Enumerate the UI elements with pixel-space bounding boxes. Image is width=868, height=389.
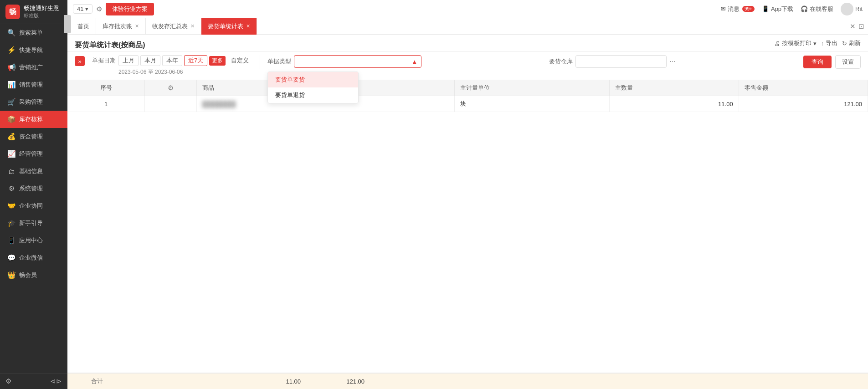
tab-receivables-summary[interactable]: 收发存汇总表 ✕ [146,18,201,35]
user-avatar-area[interactable]: Rit [841,3,863,15]
tab-close-order-summary[interactable]: ✕ [246,23,250,29]
tab-close-receivables[interactable]: ✕ [190,23,195,29]
logo-icon: 畅 [5,5,20,19]
tab-maximize-button[interactable]: ⊡ [858,22,864,31]
date-range-display: 2023-05-06 至 2023-06-06 [118,68,183,76]
box-icon: 📦 [7,115,15,123]
cell-unit: 块 [455,96,610,112]
date-label: 单据日期 [92,56,116,65]
cell-quantity: 11.00 [610,96,739,112]
footer-amount: 121.00 [328,378,365,385]
col-gear: ⚙ [145,80,196,96]
tab-order-summary[interactable]: 要货单统计表 ✕ [201,18,257,35]
cart-icon: 🛒 [7,98,15,106]
sidebar-item-guide[interactable]: 🎓 新手引导 [0,215,67,232]
export-button[interactable]: ↑ 导出 [821,39,838,47]
sidebar-item-finance[interactable]: 💰 资金管理 [0,128,67,145]
table-body: 1 ████████ 块 11.00 121.00 [67,96,868,112]
table-header-row: 序号 ⚙ 商品 主计量单位 主数量 零售金额 [67,80,868,96]
topbar-right: ✉ 消息 99+ 📱 App下载 🎧 在线客服 Rit [721,3,863,15]
col-amount: 零售金额 [739,80,868,96]
col-gear-icon[interactable]: ⚙ [168,84,174,92]
filter-separator-1 [260,55,260,69]
crown-icon: 👑 [7,271,15,279]
message-button[interactable]: ✉ 消息 99+ [721,5,755,13]
page-title: 要货单统计表(按商品) [75,41,145,50]
dropdown-item-requisition[interactable]: 要货单要货 [268,72,358,87]
col-unit: 主计量单位 [455,80,610,96]
sidebar-item-sales[interactable]: 📊 销售管理 [0,76,67,93]
print-button[interactable]: 🖨 按模板打印 ▾ [774,39,817,47]
date-btn-7days[interactable]: 近7天 [184,55,207,66]
sidebar-item-marketing[interactable]: 📢 营销推广 [0,59,67,76]
filter-expand-button[interactable]: » [75,56,85,66]
sidebar-item-member[interactable]: 👑 畅会员 [0,266,67,284]
footer-label: 合计 [91,377,182,385]
mobile-download-icon: 📱 [762,5,769,12]
warehouse-input[interactable] [575,55,667,68]
table-footer: 合计 11.00 121.00 [67,373,868,389]
chevron-down-print-icon: ▾ [813,40,817,47]
sidebar: 畅 畅捷通好生意 标准版 🔍 搜索菜单 ⚡ 快捷导航 📢 营销推广 📊 销售管理… [0,0,67,389]
date-btn-this-year[interactable]: 本年 [162,55,182,66]
date-btn-this-month[interactable]: 本月 [140,55,160,66]
collapse-icon[interactable]: ⊲⊳ [50,377,62,385]
warehouse-more-button[interactable]: ··· [669,57,675,66]
date-filter-row: 单据日期 上月 本月 本年 近7天 更多 自定义 [92,55,252,66]
query-actions: 查询 设置 [803,55,861,69]
sidebar-bottom: ⚙ ⊲⊳ [0,373,67,389]
headset-icon: 🎧 [801,5,808,12]
warehouse-label: 要货仓库 [549,57,573,66]
money-icon: 💰 [7,133,15,141]
chart-icon: 📊 [7,81,15,89]
table-row: 1 ████████ 块 11.00 121.00 [67,96,868,112]
store-selector[interactable]: 41 ▾ [73,4,92,14]
tab-close-all-button[interactable]: ✕ [850,22,856,31]
date-btn-custom[interactable]: 自定义 [227,56,252,66]
logo-area: 畅 畅捷通好生意 标准版 [0,0,67,24]
sidebar-item-wecom[interactable]: 💬 企业微信 [0,249,67,266]
sidebar-item-purchase[interactable]: 🛒 采购管理 [0,93,67,111]
graduation-icon: 🎓 [7,219,15,227]
query-button[interactable]: 查询 [803,56,832,68]
tab-inventory-batch[interactable]: 库存批次账 ✕ [96,18,146,35]
sidebar-item-appstore[interactable]: 📱 应用中心 [0,232,67,249]
sidebar-item-basic[interactable]: 🗂 基础信息 [0,163,67,180]
avatar [841,3,853,15]
settings-button[interactable]: 设置 [835,55,861,69]
online-service-button[interactable]: 🎧 在线客服 [801,5,833,13]
settings-bottom-icon[interactable]: ⚙ [5,377,11,385]
tab-home[interactable]: 首页 [71,18,96,35]
chevron-down-icon: ▾ [85,5,88,12]
date-btn-last-month[interactable]: 上月 [118,55,139,66]
date-buttons: 上月 本月 本年 近7天 更多 自定义 [118,55,252,66]
main-area: 41 ▾ ⚙ 体验行业方案 ✉ 消息 99+ 📱 App下载 🎧 在线客服 R [67,0,868,389]
sidebar-item-operation[interactable]: 📈 经营管理 [0,145,67,163]
export-icon: ↑ [821,40,824,47]
lightning-icon: ⚡ [7,46,15,54]
refresh-button[interactable]: ↻ 刷新 [842,39,861,47]
trial-button[interactable]: 体验行业方案 [106,3,154,15]
cell-amount: 121.00 [739,96,868,112]
table-container: 序号 ⚙ 商品 主计量单位 主数量 零售金额 1 [67,80,868,373]
page-header: 要货单统计表(按商品) 🖨 按模板打印 ▾ ↑ 导出 ↻ 刷新 [67,35,868,51]
sidebar-item-search[interactable]: 🔍 搜索菜单 [0,24,67,41]
app-download-button[interactable]: 📱 App下载 [762,5,793,13]
handshake-icon: 🤝 [7,202,15,210]
date-btn-more[interactable]: 更多 [209,56,226,66]
col-quantity: 主数量 [610,80,739,96]
refresh-icon: ↻ [842,40,847,47]
type-select[interactable]: ▲ [294,55,421,68]
topbar: 41 ▾ ⚙ 体验行业方案 ✉ 消息 99+ 📱 App下载 🎧 在线客服 R [67,0,868,18]
topbar-gear-icon[interactable]: ⚙ [96,5,102,13]
print-icon: 🖨 [774,40,780,47]
sidebar-item-system[interactable]: ⚙ 系统管理 [0,180,67,197]
tab-close-inventory-batch[interactable]: ✕ [135,23,139,29]
sidebar-item-inventory[interactable]: 📦 库存核算 [0,111,67,128]
dropdown-item-return[interactable]: 要货单退货 [268,87,358,103]
sidebar-toggle[interactable] [64,15,71,33]
sidebar-item-shortcut[interactable]: ⚡ 快捷导航 [0,41,67,59]
sidebar-item-cooperation[interactable]: 🤝 企业协同 [0,197,67,215]
col-seq: 序号 [67,80,145,96]
megaphone-icon: 📢 [7,63,15,72]
